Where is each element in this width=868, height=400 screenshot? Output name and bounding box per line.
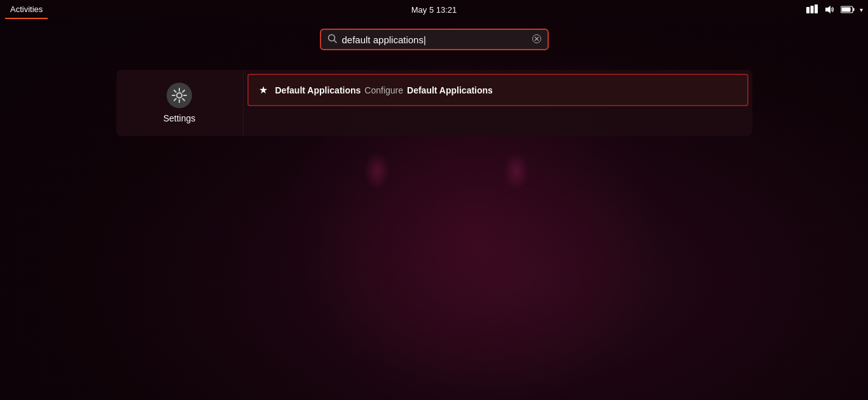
- topbar-left: Activities: [5, 0, 48, 19]
- result-text: Default Applications Configure Default A…: [275, 85, 493, 95]
- bg-eye-right: [504, 152, 529, 190]
- svg-rect-6: [842, 8, 851, 12]
- settings-app-icon: [167, 83, 192, 108]
- settings-app-name: Settings: [163, 113, 196, 123]
- topbar-center: May 5 13:21: [411, 5, 457, 15]
- search-icon: [327, 34, 337, 45]
- result-title: Default Applications: [275, 85, 361, 95]
- datetime-display: May 5 13:21: [411, 5, 457, 15]
- result-star-icon: ★: [259, 84, 268, 96]
- svg-point-12: [177, 93, 182, 98]
- result-item-default-applications[interactable]: ★ Default Applications Configure Default…: [247, 74, 748, 106]
- svg-line-20: [183, 90, 184, 92]
- topbar-right: ▾: [805, 4, 863, 15]
- svg-rect-2: [815, 4, 818, 13]
- battery-icon[interactable]: [839, 6, 856, 13]
- search-container: [320, 29, 549, 50]
- search-input[interactable]: [342, 34, 532, 45]
- svg-line-8: [334, 41, 336, 43]
- system-dropdown-icon[interactable]: ▾: [860, 6, 863, 13]
- svg-line-17: [174, 90, 176, 92]
- volume-icon[interactable]: [823, 4, 836, 15]
- bg-eye-left: [364, 152, 390, 190]
- topbar: Activities May 5 13:21 ▾: [0, 0, 868, 19]
- activities-button[interactable]: Activities: [5, 0, 48, 19]
- result-desc-highlight: Default Applications: [407, 85, 493, 95]
- svg-rect-1: [811, 6, 814, 13]
- svg-line-18: [183, 99, 184, 100]
- results-sidebar: Settings: [116, 70, 244, 136]
- network-icon[interactable]: [805, 4, 819, 15]
- results-panel: Settings ★ Default Applications Configur…: [116, 70, 752, 136]
- svg-marker-3: [825, 6, 830, 13]
- result-desc-prefix: Configure: [364, 85, 403, 95]
- search-clear-button[interactable]: [532, 34, 541, 45]
- results-list: ★ Default Applications Configure Default…: [244, 70, 752, 136]
- svg-line-19: [174, 99, 176, 100]
- bg-glow: [282, 105, 663, 401]
- svg-rect-5: [853, 8, 855, 11]
- svg-rect-0: [806, 7, 809, 13]
- search-box: [320, 29, 549, 50]
